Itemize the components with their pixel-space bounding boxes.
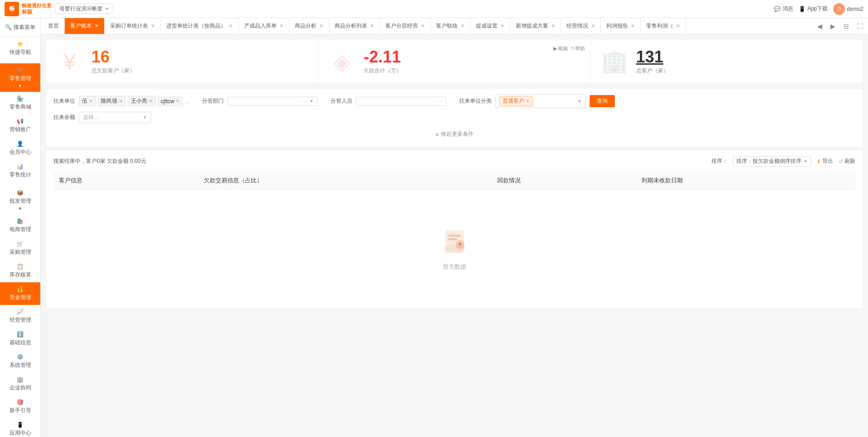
tab-close-icon[interactable]: ✕ [631,23,635,29]
tab-purchase-order[interactable]: 采购订单统计表 ✕ [105,18,161,34]
message-icon: 💬 [774,6,781,12]
tab-purchase-stats[interactable]: 进货单统计表（按商品） ✕ [161,18,239,34]
sidebar-item-ecommerce[interactable]: 🛍️ 电商管理 [0,214,40,237]
help-label: 帮助 [575,45,585,52]
filter-more-button[interactable]: ... [185,98,189,104]
tab-business[interactable]: 经营情况 ✕ [561,18,601,34]
tab-product-stock[interactable]: 产成品入库单 ✕ [239,18,289,34]
tab-close-icon[interactable]: ✕ [551,23,555,29]
refresh-button[interactable]: ↺ 刷新 [839,157,855,165]
empty-state: 暂无数据 [59,194,850,298]
tag-close-icon[interactable]: ✕ [119,98,123,104]
tab-close-icon[interactable]: ✕ [676,23,680,29]
stat-content-customers: 16 总欠款客户（家） [91,49,135,75]
filter-dept-select[interactable]: ··· ▼ [227,97,318,106]
sidebar-item-enterprise[interactable]: 🏢 企业协同 [0,373,40,395]
tab-close-icon[interactable]: ✕ [460,23,465,29]
tab-label: 商品分析列表 [335,22,367,30]
sort-select[interactable]: 排序：按欠款金额倒序排序 ▼ [733,156,811,166]
sidebar-item-finance[interactable]: 💰 资金管理 [0,282,40,305]
tag-close-icon[interactable]: ✕ [89,98,93,104]
sidebar-item-label: 零售管理 [10,75,31,82]
filter-balance-select[interactable]: 选择... ▼ [79,112,151,123]
sidebar-item-inventory[interactable]: 📋 库存核算 [0,260,40,282]
filter-tag-unit-2[interactable]: 陈民强 ✕ [98,96,126,106]
username-label: demo2 [847,6,863,12]
filter-tag-unit-3[interactable]: 王小亮 ✕ [128,96,156,106]
tab-close-icon[interactable]: ✕ [591,23,595,29]
tab-close-icon[interactable]: ✕ [95,23,99,29]
tab-home[interactable]: 首页 [43,18,65,34]
tag-close-icon[interactable]: ✕ [176,98,180,104]
filter-balance-label: 往来余额 [53,114,75,121]
logo-text: 标版 [22,9,52,15]
sidebar-item-label: 企业协同 [10,384,31,392]
stat-label-customers: 总欠款客户（家） [91,67,135,75]
empty-text: 暂无数据 [443,263,466,271]
tab-customer-tier[interactable]: 客户分层经营 ✕ [380,18,431,34]
collapse-button[interactable]: ∧ 收起更多条件 [435,128,474,140]
app-download-button[interactable]: 📱 App下载 [799,5,828,13]
tag-close-icon[interactable]: ✕ [526,98,530,104]
tab-customer-account[interactable]: 客户账本 ✕ [65,18,105,34]
col-repayment: 回款情况 [492,172,637,190]
tab-close-icon[interactable]: ✕ [500,23,504,29]
tab-label: 利润报告 [606,22,628,30]
sidebar-item-app-center[interactable]: 📱 应用中心 [0,418,40,437]
sidebar-item-system[interactable]: ⚙️ 系统管理 [0,350,40,373]
tab-next-button[interactable]: ▶ [828,23,838,30]
tab-close-icon[interactable]: ✕ [279,23,283,29]
help-button[interactable]: ? 帮助 [571,45,585,52]
sidebar-item-label: 电商管理 [10,226,31,233]
sidebar-search[interactable]: 🔍 搜索菜单 [0,18,40,37]
tab-close-icon[interactable]: ✕ [370,23,374,29]
tab-new-achievement[interactable]: 新增提成方案 ✕ [510,18,561,34]
user-menu[interactable]: D demo2 [833,3,863,15]
filter-category-select[interactable]: 普通客户 ✕ ▼ [495,94,586,108]
sidebar-item-label: 库存核算 [10,271,31,279]
chevron-down-icon: ▼ [105,6,109,11]
sidebar-item-quick-nav[interactable]: ⭐ 快捷导航 [0,37,40,60]
filter-row-1: 往来单位 伍 ✕ 陈民强 ✕ 王小亮 [53,94,855,108]
finance-icon: 💰 [17,286,24,292]
sidebar-item-batch-mgmt[interactable]: 📦 批发管理 ▼ [0,186,40,214]
sidebar-item-retail-mall[interactable]: 🏪 零售商城 [0,92,40,114]
tab-close-icon[interactable]: ✕ [421,23,425,29]
empty-icon [436,221,473,257]
tab-expand-button[interactable]: ⛶ [854,23,866,30]
sidebar-item-marketing[interactable]: 📢 营销推广 [0,114,40,137]
company-select-dropdown[interactable]: 母婴行业演示帐套 ▼ [55,4,113,14]
chevron-down-icon: ▼ [577,99,582,104]
export-button[interactable]: ⬇ 导出 [816,157,833,165]
tab-retail-profit[interactable]: 零售利润（ ✕ [641,18,686,34]
tab-settings[interactable]: 提成设置 ✕ [470,18,510,34]
tab-customer-contact[interactable]: 客户联络 ✕ [431,18,470,34]
tab-label: 商品分析 [295,22,317,30]
sidebar-item-label: 资金管理 [10,294,31,301]
sidebar-item-retail-mgmt[interactable]: 🛒 零售管理 ▼ [0,63,40,92]
filter-tag-unit-1[interactable]: 伍 ✕ [79,96,96,106]
tab-prev-button[interactable]: ◀ [815,23,825,30]
sidebar-item-purchase[interactable]: 🛒 采购管理 [0,237,40,260]
tab-close-icon[interactable]: ✕ [151,23,155,29]
sidebar-item-retail-stats[interactable]: 📊 零售统计 [0,160,40,182]
clients-bg-icon: 🏢 [600,47,629,76]
search-menu-button[interactable]: 🔍 搜索菜单 [4,22,37,33]
tab-goods-list[interactable]: 商品分析列表 ✕ [329,18,380,34]
video-button[interactable]: ▶ 视频 [553,45,568,52]
tab-close-icon[interactable]: ✕ [229,23,233,29]
message-button[interactable]: 💬 消息 [774,5,793,13]
tab-close-icon[interactable]: ✕ [319,23,323,29]
filter-tag-unit-4[interactable]: cjttcw ✕ [158,97,183,106]
tab-goods-analysis[interactable]: 商品分析 ✕ [289,18,329,34]
tag-text: 陈民强 [101,97,117,105]
query-button[interactable]: 查询 [590,95,615,107]
tab-menu-button[interactable]: ⊟ [841,23,852,30]
filter-manager-select[interactable]: ··· [356,97,446,106]
tag-close-icon[interactable]: ✕ [149,98,153,104]
sidebar-item-member[interactable]: 👤 会员中心 [0,137,40,160]
tab-profit[interactable]: 利润报告 ✕ [601,18,641,34]
sidebar-item-new-guide[interactable]: 🎯 新手引导 [0,395,40,418]
sidebar-item-basic-info[interactable]: ℹ️ 基础信息 [0,328,40,350]
sidebar-item-operations[interactable]: 📈 经营管理 [0,305,40,328]
